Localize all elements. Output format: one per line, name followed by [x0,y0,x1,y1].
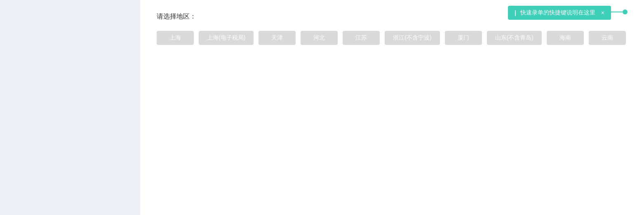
region-button-hebei[interactable]: 河北 [301,31,338,45]
tooltip-dot [623,9,628,14]
region-button-shanghai-etax[interactable]: 上海(电子税局) [199,31,254,45]
region-button-shanghai[interactable]: 上海 [157,31,194,45]
tooltip-line [610,12,623,12]
region-button-tianjin[interactable]: 天津 [259,31,296,45]
region-button-hainan[interactable]: 海南 [547,31,584,45]
region-button-xiamen[interactable]: 厦门 [445,31,482,45]
main-content: 请选择地区： 上海上海(电子税局)天津河北江苏浙江(不含宁波)厦门山东(不含青岛… [140,0,644,215]
tooltip-text: 快速录单的快捷键说明在这里 [520,9,595,16]
region-button-zhejiang[interactable]: 浙江(不含宁波) [385,31,440,45]
region-button-shandong[interactable]: 山东(不含青岛) [487,31,542,45]
region-buttons: 上海上海(电子税局)天津河北江苏浙江(不含宁波)厦门山东(不含青岛)海南云南 [157,31,628,45]
tooltip-close-button[interactable]: × [601,9,604,16]
tooltip-banner: 快速录单的快捷键说明在这里 × [508,6,611,20]
region-button-jiangsu[interactable]: 江苏 [343,31,380,45]
sidebar [0,0,140,215]
region-button-yunnan[interactable]: 云南 [589,31,626,45]
